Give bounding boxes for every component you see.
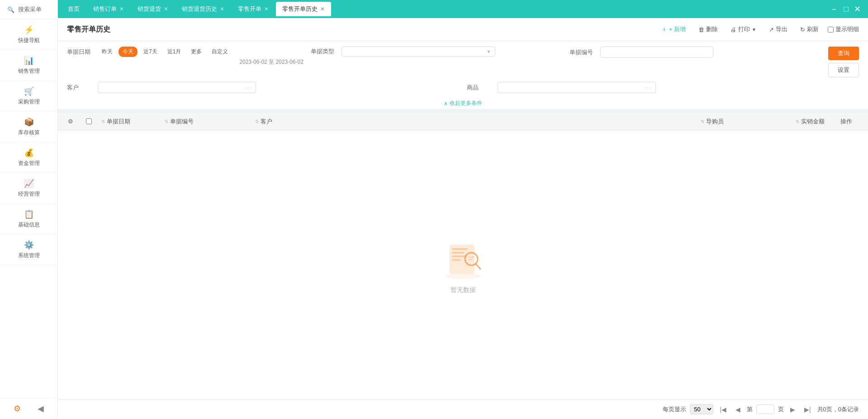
tab-sales-return[interactable]: 销货退货 ✕ (131, 2, 175, 16)
delete-button[interactable]: 🗑 删除 (695, 24, 721, 35)
customer-filter-input[interactable]: ··· (98, 82, 256, 93)
select-all-input[interactable] (86, 118, 92, 124)
th-amount-sort-icon: ⇅ (796, 119, 799, 124)
per-page-label: 每页显示 (663, 405, 686, 414)
show-detail-input[interactable] (828, 27, 834, 33)
tab-home[interactable]: 首页 (62, 2, 86, 16)
column-settings-icon[interactable]: ⚙ (62, 118, 80, 125)
collapse-bar[interactable]: ∧ 收起更多条件 (67, 98, 859, 109)
th-customer-sort-icon: ⇅ (255, 119, 259, 124)
settings-button[interactable]: 设置 (828, 63, 859, 77)
date-btn-yesterday[interactable]: 昨天 (98, 47, 117, 57)
show-detail-checkbox[interactable]: 显示明细 (828, 25, 859, 33)
type-chevron-icon: ▼ (486, 49, 491, 54)
date-options: 昨天 今天 近7天 近1月 更多 自定义 (98, 47, 232, 57)
per-page-select[interactable]: 50 100 200 (690, 404, 713, 414)
goods-dots-icon: ··· (644, 84, 652, 91)
tab-sales-return-history[interactable]: 销货退货历史 ✕ (175, 2, 231, 16)
tab-sales-order-close[interactable]: ✕ (119, 6, 124, 12)
tab-sales-return-label: 销货退货 (138, 5, 161, 13)
date-btn-7days[interactable]: 近7天 (139, 47, 161, 57)
date-btn-today[interactable]: 今天 (119, 47, 138, 57)
svg-rect-3 (452, 252, 465, 254)
type-filter-select[interactable]: ▼ (342, 47, 495, 56)
quicknav-icon: ⚡ (24, 25, 34, 35)
last-page-btn[interactable]: ▶| (802, 405, 814, 414)
toolbar: ＋ + 新增 🗑 删除 🖨 打印 ▼ ↗ 导出 ↻ 刷新 显示 (658, 24, 859, 35)
sidebar-item-label: 系统管理 (18, 252, 40, 259)
sidebar-item-finance[interactable]: 💰 资金管理 (0, 142, 57, 173)
tab-sales-order[interactable]: 销售订单 ✕ (87, 2, 130, 16)
th-date[interactable]: ⇅ 单据日期 (98, 118, 161, 126)
sidebar-item-operation[interactable]: 📈 经营管理 (0, 173, 57, 204)
search-label: 搜索采单 (18, 5, 42, 14)
add-button[interactable]: ＋ + 新增 (658, 24, 689, 35)
sidebar-item-quicknav[interactable]: ⚡ 快捷导航 (0, 19, 57, 50)
operation-icon: 📈 (24, 179, 34, 188)
collapse-chevron-icon: ∧ (444, 100, 448, 107)
query-buttons: 查询 设置 (828, 47, 859, 77)
th-guide[interactable]: ⇅ 导购员 (697, 118, 760, 126)
page-label-prefix: 第 (747, 405, 753, 414)
tab-sales-return-history-close[interactable]: ✕ (220, 6, 224, 12)
tab-retail-history[interactable]: 零售开单历史 ✕ (276, 2, 331, 16)
th-date-sort-icon: ⇅ (101, 119, 105, 124)
basic-icon: 📋 (24, 209, 34, 219)
refresh-button[interactable]: ↻ 刷新 (797, 24, 822, 35)
system-icon: ⚙️ (24, 240, 34, 250)
inventory-icon: 📦 (24, 117, 34, 127)
th-date-label: 单据日期 (107, 118, 130, 126)
tab-sales-order-label: 销售订单 (93, 5, 117, 13)
th-customer[interactable]: ⇅ 客户 (251, 118, 697, 126)
prev-page-btn[interactable]: ◀ (733, 405, 743, 414)
date-btn-custom[interactable]: 自定义 (208, 47, 232, 57)
svg-point-0 (445, 273, 481, 279)
svg-line-7 (476, 264, 480, 269)
first-page-btn[interactable]: |◀ (717, 405, 729, 414)
customer-filter-label: 客户 (67, 84, 94, 92)
sidebar-item-system[interactable]: ⚙️ 系统管理 (0, 235, 57, 265)
select-all-checkbox[interactable] (80, 118, 98, 124)
sidebar-item-basic[interactable]: 📋 基础信息 (0, 204, 57, 235)
settings-bottom-icon[interactable]: ⚙ (14, 404, 21, 414)
window-restore-icon[interactable]: □ (844, 5, 849, 14)
search-menu[interactable]: 🔍 搜索采单 (0, 0, 57, 19)
tab-retail-history-close[interactable]: ✕ (320, 6, 325, 12)
next-page-btn[interactable]: ▶ (787, 405, 798, 414)
sidebar-item-purchase[interactable]: 🛒 采购管理 (0, 81, 57, 112)
th-guide-sort-icon: ⇅ (701, 119, 704, 124)
table-area: ⚙ ⇅ 单据日期 ⇅ 单据编号 ⇅ 客户 ⇅ 导购员 ⇅ 实销金额 (58, 113, 868, 399)
query-button[interactable]: 查询 (828, 47, 859, 60)
export-button[interactable]: ↗ 导出 (765, 24, 791, 35)
type-filter-label: 单据类型 (311, 47, 338, 56)
page-header: 零售开单历史 ＋ + 新增 🗑 删除 🖨 打印 ▼ ↗ 导出 ↻ 刷新 (58, 18, 868, 41)
date-btn-1month[interactable]: 近1月 (163, 47, 185, 57)
sidebar-item-inventory[interactable]: 📦 库存核算 (0, 112, 57, 142)
page-title: 零售开单历史 (67, 25, 110, 34)
goods-filter-input[interactable]: ··· (498, 82, 656, 93)
print-button[interactable]: 🖨 打印 ▼ (727, 24, 760, 35)
window-close-icon[interactable]: ✕ (854, 4, 861, 14)
svg-rect-5 (452, 259, 461, 261)
add-icon: ＋ (661, 25, 667, 33)
date-btn-more[interactable]: 更多 (187, 47, 206, 57)
th-amount[interactable]: ⇅ 实销金额 (760, 118, 828, 126)
th-amount-label: 实销金额 (801, 118, 825, 126)
tab-bar: 首页 销售订单 ✕ 销货退货 ✕ 销货退货历史 ✕ 零售开单 ✕ 零售开单历史 … (58, 0, 868, 18)
page-input[interactable]: 1 (756, 405, 774, 414)
sidebar-item-sales[interactable]: 📊 销售管理 (0, 50, 57, 81)
tab-retail-open[interactable]: 零售开单 ✕ (232, 2, 275, 16)
sidebar-item-label: 采购管理 (18, 98, 40, 106)
show-detail-label: 显示明细 (835, 25, 859, 33)
export-icon: ↗ (769, 26, 774, 33)
print-label: 打印 (738, 25, 750, 33)
sidebar-item-label: 资金管理 (18, 160, 40, 167)
window-minimize-icon[interactable]: － (830, 4, 838, 14)
no-filter-input[interactable] (600, 47, 713, 58)
th-no[interactable]: ⇅ 单据编号 (161, 118, 251, 126)
tab-home-label: 首页 (68, 5, 80, 13)
tab-sales-return-close[interactable]: ✕ (164, 6, 168, 12)
tab-retail-open-close[interactable]: ✕ (264, 6, 269, 12)
empty-text: 暂无数据 (451, 286, 476, 294)
collapse-sidebar-icon[interactable]: ◀ (38, 404, 44, 414)
